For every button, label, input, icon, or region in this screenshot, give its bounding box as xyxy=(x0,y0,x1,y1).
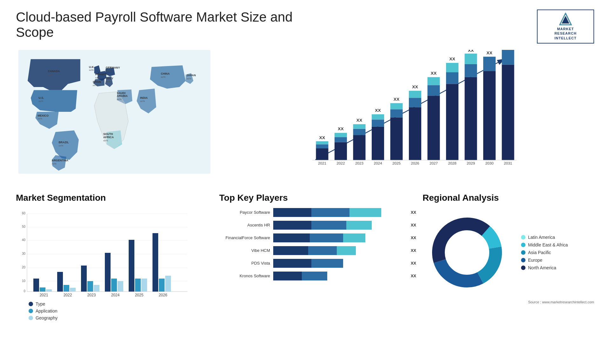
player-bar-container-4 xyxy=(273,259,405,268)
growth-chart-area: XX 2021 XX 2022 XX 2023 XX 2024 xyxy=(222,50,594,183)
svg-rect-12 xyxy=(335,137,347,142)
player-bar-5 xyxy=(273,272,327,280)
svg-rect-82 xyxy=(70,288,76,292)
legend-latin: Latin America xyxy=(521,235,568,240)
uk-label: U.K. xyxy=(89,65,95,68)
uk-val: xx% xyxy=(89,69,94,71)
france-label: FRANCE xyxy=(95,73,107,76)
brazil-val: xx% xyxy=(58,144,63,147)
legend-europe-label: Europe xyxy=(528,258,542,263)
svg-text:2025: 2025 xyxy=(135,293,144,297)
bar-seg3-2 xyxy=(343,233,365,242)
legend-mea-dot xyxy=(521,243,525,247)
player-val-2: XX xyxy=(411,235,416,240)
growth-chart-svg: XX 2021 XX 2022 XX 2023 XX 2024 xyxy=(222,50,594,174)
page: Cloud-based Payroll Software Market Size… xyxy=(0,0,610,364)
svg-text:2029: 2029 xyxy=(467,161,475,165)
segmentation-section: Market Segmentation 60 50 40 30 20 10 0 xyxy=(16,193,213,320)
svg-rect-97 xyxy=(159,279,165,292)
svg-rect-81 xyxy=(64,285,69,292)
svg-text:2027: 2027 xyxy=(430,161,438,165)
svg-rect-8 xyxy=(316,141,328,145)
legend-europe: Europe xyxy=(521,258,568,263)
japan-label: JAPAN xyxy=(186,74,196,77)
header-row: Cloud-based Payroll Software Market Size… xyxy=(16,10,594,44)
svg-text:XX: XX xyxy=(412,84,418,89)
player-row-3: Vibe HCM XX xyxy=(219,246,416,255)
svg-text:2021: 2021 xyxy=(40,293,48,297)
svg-text:2030: 2030 xyxy=(485,161,494,165)
germany-label: GERMANY xyxy=(106,66,120,69)
svg-text:10: 10 xyxy=(22,279,26,283)
legend-type-dot xyxy=(29,302,33,306)
svg-text:2026: 2026 xyxy=(411,161,419,165)
svg-rect-41 xyxy=(446,84,458,160)
segmentation-legend: Type Application Geography xyxy=(29,301,213,320)
svg-rect-23 xyxy=(372,114,384,120)
player-bar-0 xyxy=(273,208,381,217)
svg-text:2024: 2024 xyxy=(374,161,382,165)
svg-rect-85 xyxy=(87,281,93,292)
us-val: xx% xyxy=(38,100,43,103)
svg-rect-16 xyxy=(353,135,365,160)
germany-val: xx% xyxy=(106,69,111,72)
india-val: xx% xyxy=(140,100,145,103)
bar-seg1-1 xyxy=(273,221,311,230)
svg-text:2022: 2022 xyxy=(336,161,345,165)
legend-geography-label: Geography xyxy=(36,315,58,320)
svg-text:XX: XX xyxy=(356,118,362,123)
legend-type-label: Type xyxy=(36,301,45,307)
regional-content: Latin America Middle East & Africa Asia … xyxy=(423,208,594,297)
svg-rect-22 xyxy=(372,119,384,126)
svg-rect-46 xyxy=(464,77,477,160)
svg-text:2021: 2021 xyxy=(318,161,326,165)
svg-rect-80 xyxy=(57,272,63,292)
player-bar-container-5 xyxy=(273,272,405,280)
legend-type: Type xyxy=(29,301,213,307)
svg-rect-55 xyxy=(502,65,514,160)
svg-text:30: 30 xyxy=(22,252,26,255)
player-bar-2 xyxy=(273,233,365,242)
svg-rect-47 xyxy=(464,64,477,77)
svg-rect-36 xyxy=(427,96,440,160)
us-label: U.S. xyxy=(38,96,44,99)
legend-ap-label: Asia Pacific xyxy=(528,250,551,255)
svg-rect-27 xyxy=(390,109,403,117)
svg-rect-17 xyxy=(353,129,365,135)
legend-na-label: North America xyxy=(528,265,556,270)
svg-rect-18 xyxy=(353,124,365,129)
southafrica-val: xx% xyxy=(103,139,108,142)
svg-rect-26 xyxy=(390,117,403,160)
china-val: xx% xyxy=(161,76,166,78)
southafrica-label2: AFRICA xyxy=(103,136,114,139)
svg-text:XX: XX xyxy=(338,126,343,131)
china-label: CHINA xyxy=(161,72,170,75)
svg-rect-31 xyxy=(409,107,421,160)
bar-seg1-2 xyxy=(273,233,310,242)
segmentation-chart: 60 50 40 30 20 10 0 xyxy=(16,208,194,297)
bar-seg1-3 xyxy=(273,246,308,255)
legend-na: North America xyxy=(521,265,568,270)
svg-rect-21 xyxy=(372,127,384,160)
bar-seg1-0 xyxy=(273,208,311,217)
italy-val: xx% xyxy=(106,80,111,83)
svg-rect-11 xyxy=(335,142,347,160)
bar-seg2-1 xyxy=(311,221,346,230)
legend-application-dot xyxy=(29,309,33,313)
player-name-1: Ascentis HR xyxy=(219,223,270,227)
bar-seg3-3 xyxy=(337,246,356,255)
svg-rect-52 xyxy=(483,57,496,71)
page-title: Cloud-based Payroll Software Market Size… xyxy=(16,10,302,40)
legend-application: Application xyxy=(29,308,213,313)
japan-val: xx% xyxy=(186,77,191,80)
bar-seg2-2 xyxy=(310,233,343,242)
svg-rect-96 xyxy=(152,233,158,292)
player-val-3: XX xyxy=(411,248,416,253)
svg-rect-88 xyxy=(105,253,111,292)
svg-text:XX: XX xyxy=(468,50,474,53)
svg-rect-32 xyxy=(409,98,421,107)
svg-text:2025: 2025 xyxy=(392,161,401,165)
world-map-svg: CANADA xx% U.S. xx% MEXICO xx% BRAZIL xx… xyxy=(16,50,213,174)
svg-rect-33 xyxy=(409,91,421,98)
brazil-label: BRAZIL xyxy=(58,141,69,144)
